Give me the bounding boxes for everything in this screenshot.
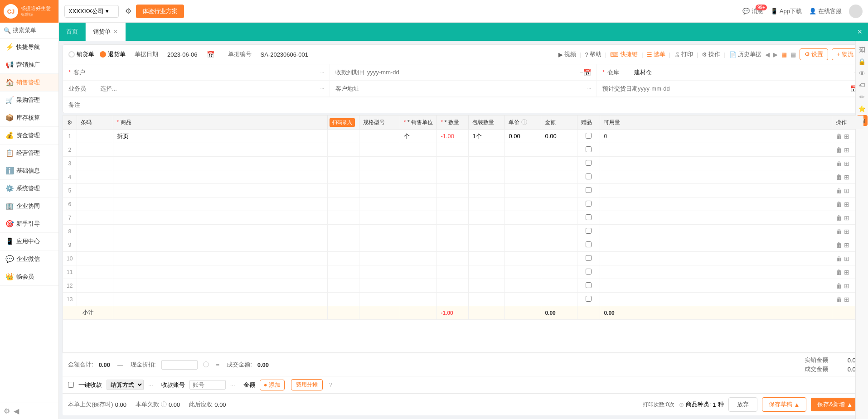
row-price[interactable] [505, 252, 541, 265]
customer-addr-more-icon[interactable]: ··· [587, 86, 591, 91]
row-price[interactable] [505, 238, 541, 252]
list-view-icon[interactable]: ▤ [790, 51, 796, 58]
action-operate[interactable]: ⚙ 操作 [702, 50, 720, 58]
trial-button[interactable]: 体验行业方案 [136, 5, 184, 18]
row-amount[interactable] [541, 225, 577, 238]
row-gift[interactable] [577, 143, 600, 157]
row-gift[interactable] [577, 184, 600, 197]
settle-dots[interactable]: ··· [148, 381, 153, 388]
row-amount[interactable] [541, 293, 577, 306]
row-pack-qty[interactable] [469, 143, 505, 157]
right-icon-edit[interactable]: ✏ [857, 92, 868, 102]
row-goods[interactable] [113, 279, 327, 293]
radio-sales-order[interactable]: 销货单 [68, 50, 94, 58]
online-service-button[interactable]: 👤 在线客服 [809, 7, 842, 15]
row-goods[interactable] [113, 211, 327, 225]
row-delete-icon[interactable]: 🗑 [836, 146, 842, 154]
prev-icon[interactable]: ◀ [765, 51, 770, 58]
row-unit[interactable] [400, 252, 437, 265]
due-date-input[interactable] [367, 69, 580, 76]
right-icon-eye[interactable]: 👁 [857, 68, 868, 79]
row-copy-icon[interactable]: ⊞ [844, 282, 849, 289]
row-pack-qty[interactable] [469, 184, 505, 197]
row-gift[interactable] [577, 293, 600, 306]
due-date-more-icon[interactable]: ··· [580, 70, 583, 75]
row-amount[interactable] [541, 184, 577, 197]
row-copy-icon[interactable]: ⊞ [844, 214, 849, 222]
right-icon-tag[interactable]: 🏷 [857, 80, 868, 91]
tab-home[interactable]: 首页 [59, 23, 86, 41]
row-price[interactable] [505, 293, 541, 306]
row-amount[interactable] [541, 211, 577, 225]
remark-input[interactable] [100, 102, 858, 109]
expense-tab-button[interactable]: 费用分摊 [291, 379, 323, 390]
row-delete-icon[interactable]: 🗑 [836, 201, 842, 208]
sidebar-item-vip[interactable]: 👑 畅会员 [0, 268, 58, 286]
row-unit[interactable] [400, 279, 437, 293]
row-price[interactable] [505, 225, 541, 238]
row-unit[interactable] [400, 197, 437, 211]
add-button[interactable]: ● 添加 [260, 380, 285, 390]
customer-more-icon[interactable]: ··· [320, 70, 324, 75]
action-select[interactable]: ☰ 选单 [647, 50, 665, 58]
row-price[interactable] [505, 157, 541, 170]
row-qty[interactable] [437, 143, 469, 157]
row-amount[interactable] [541, 143, 577, 157]
row-pack-qty[interactable] [469, 252, 505, 265]
row-qty[interactable] [437, 170, 469, 184]
row-copy-icon[interactable]: ⊞ [844, 173, 849, 181]
action-help[interactable]: ? 帮助 [585, 50, 601, 58]
row-qty[interactable] [437, 265, 469, 279]
row-barcode[interactable] [77, 265, 113, 279]
row-goods[interactable] [113, 225, 327, 238]
row-qty[interactable] [437, 238, 469, 252]
action-print[interactable]: 🖨 打印 [674, 50, 693, 58]
radio-return-order[interactable]: 退货单 [100, 50, 126, 58]
row-price[interactable] [505, 130, 541, 143]
row-price[interactable] [505, 197, 541, 211]
row-price[interactable] [505, 211, 541, 225]
row-amount[interactable] [541, 238, 577, 252]
row-copy-icon[interactable]: ⊞ [844, 133, 849, 140]
settings-button[interactable]: ⚙ 设置 [800, 48, 828, 60]
row-unit[interactable] [400, 211, 437, 225]
row-barcode[interactable] [77, 252, 113, 265]
total-owed-info-icon[interactable]: ⓘ [161, 400, 167, 409]
row-unit[interactable] [400, 143, 437, 157]
row-amount[interactable] [541, 130, 577, 143]
row-pack-qty[interactable] [469, 170, 505, 184]
row-qty[interactable] [437, 279, 469, 293]
row-unit[interactable] [400, 157, 437, 170]
row-barcode[interactable] [77, 293, 113, 306]
row-price[interactable] [505, 279, 541, 293]
row-pack-qty[interactable] [469, 197, 505, 211]
sidebar-search[interactable]: 🔍 搜索菜单 [0, 23, 58, 39]
sidebar-item-quick-nav[interactable]: ⚡ 快捷导航 [0, 39, 58, 56]
sidebar-item-inventory[interactable]: 📦 库存核算 [0, 109, 58, 127]
row-gift[interactable] [577, 197, 600, 211]
row-unit[interactable] [400, 170, 437, 184]
row-gift[interactable] [577, 170, 600, 184]
row-goods[interactable] [113, 238, 327, 252]
save-new-button[interactable]: 保存&新增 ▲ [811, 398, 859, 411]
row-spec[interactable] [359, 170, 400, 184]
row-goods[interactable] [113, 130, 327, 143]
row-barcode[interactable] [77, 225, 113, 238]
row-copy-icon[interactable]: ⊞ [844, 241, 849, 249]
save-draft-arrow[interactable]: ▲ [794, 401, 800, 408]
sidebar-item-appstore[interactable]: 📱 应用中心 [0, 233, 58, 250]
row-goods[interactable] [113, 157, 327, 170]
customer-addr-input[interactable] [367, 85, 587, 92]
tab-sales-order[interactable]: 销货单 ✕ [86, 23, 126, 41]
one-click-checkbox[interactable] [68, 382, 74, 388]
row-barcode[interactable] [77, 279, 113, 293]
customer-input[interactable] [100, 69, 320, 76]
settle-method-select[interactable]: 结算方式 [107, 380, 144, 390]
row-barcode[interactable] [77, 170, 113, 184]
row-spec[interactable] [359, 279, 400, 293]
row-pack-qty[interactable] [469, 293, 505, 306]
right-icon-star[interactable]: ⭐ [857, 103, 868, 114]
abandon-button[interactable]: 放弃 [728, 397, 757, 412]
row-qty[interactable] [437, 211, 469, 225]
tab-close-all-icon[interactable]: ✕ [852, 28, 868, 35]
